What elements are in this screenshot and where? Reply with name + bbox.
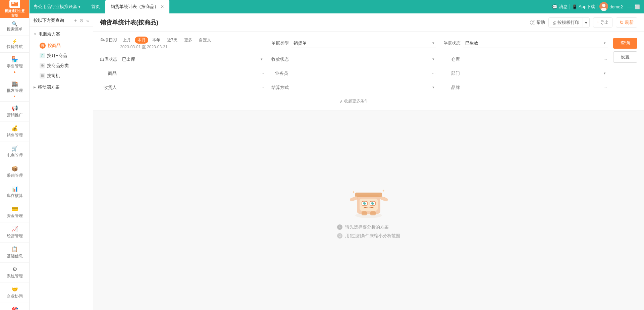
type-select[interactable]: 销货单 ▾ bbox=[291, 39, 436, 48]
sidebar-item-purchase[interactable]: 📦 采购管理 bbox=[0, 162, 29, 182]
warehouse-input[interactable]: ··· bbox=[463, 55, 608, 64]
warehouse-dots[interactable]: ··· bbox=[603, 57, 607, 62]
date-pill-this-year[interactable]: 本年 bbox=[150, 37, 163, 44]
by-driver-icon: 司 bbox=[40, 73, 45, 79]
pay-status-select[interactable]: ▾ bbox=[291, 56, 436, 63]
filter-row-4: 收货人 ··· 结算方式 bbox=[100, 83, 608, 92]
settings-btn[interactable]: 设置 bbox=[613, 51, 637, 63]
user-btn[interactable]: demo2 bbox=[599, 2, 623, 12]
pay-status-group: 收款状态 ▾ bbox=[271, 55, 436, 64]
basic-icon: 📋 bbox=[11, 246, 18, 252]
right-content: 销货单统计表(按商品) ? 帮助 🖨 按模板打印 ▾ bbox=[93, 13, 644, 310]
help-btn[interactable]: ? 帮助 bbox=[530, 19, 545, 25]
refresh-btn[interactable]: ↻ 刷新 bbox=[616, 17, 637, 28]
empty-state: ✦ ✦ ✦ ① 请先选择要分析的方案 ② 用[过滤]条件来缩小 bbox=[337, 155, 400, 266]
collapse-btn[interactable]: ∧ 收起更多条件 bbox=[100, 96, 608, 105]
scheme-settings-icon[interactable]: ⊙ bbox=[79, 18, 84, 23]
tree-mobile-arrow: ▶ bbox=[34, 86, 36, 89]
status-field-group: 单据状态 已生效 ▾ bbox=[443, 37, 608, 50]
empty-svg: ✦ ✦ ✦ bbox=[347, 182, 390, 219]
topbar-sep-2 bbox=[597, 4, 597, 9]
add-scheme-icon[interactable]: + bbox=[74, 18, 77, 23]
search-icon: 🔍 bbox=[0, 21, 29, 27]
minimize-btn[interactable]: ― bbox=[627, 4, 633, 10]
sidebar-item-basic[interactable]: 📋 基础信息 bbox=[0, 243, 29, 263]
tab-close-icon[interactable]: ✕ bbox=[161, 4, 164, 9]
product-input[interactable]: ··· bbox=[119, 69, 265, 78]
pay-status-label: 收款状态 bbox=[271, 56, 289, 62]
tree-mobile-label: 移动端方案 bbox=[38, 84, 60, 90]
message-btn[interactable]: 💬 消息 bbox=[552, 4, 568, 10]
date-pill-prev-month[interactable]: 上月 bbox=[120, 37, 133, 44]
maximize-btn[interactable]: ⬜ bbox=[635, 4, 640, 9]
out-status-label: 出库状态 bbox=[100, 56, 117, 62]
staff-input[interactable]: ··· bbox=[291, 69, 436, 78]
date-pill-more[interactable]: 更多 bbox=[181, 37, 195, 44]
out-status-select[interactable]: 已出库 ▾ bbox=[120, 55, 265, 64]
sidebar-item-corp[interactable]: 🤝 企业协同 bbox=[0, 283, 29, 303]
tab-sales-stat-label: 销货单统计表（按商品） bbox=[111, 4, 159, 10]
sidebar-item-marketing[interactable]: 📢 营销推广 bbox=[0, 102, 29, 122]
tree-mobile-section[interactable]: ▶ 移动端方案 bbox=[30, 82, 93, 92]
tree-section: ▼ 电脑端方案 按 按商品 月 按月+商品 类 按商品分类 bbox=[30, 27, 93, 95]
recipient-dots[interactable]: ··· bbox=[260, 85, 264, 90]
brand-dots[interactable]: ··· bbox=[603, 85, 607, 90]
filter-and-actions: 单据日期 上月 本月 本年 近7天 更多 自定义 bbox=[100, 37, 637, 105]
sidebar-item-newbie[interactable]: 🎯 新手引导 bbox=[0, 303, 29, 310]
app-download-btn[interactable]: 📱 App下载 bbox=[572, 4, 595, 10]
search-menu[interactable]: 🔍 搜索菜单 bbox=[0, 18, 29, 36]
tab-home-label: 首页 bbox=[91, 4, 100, 10]
status-select[interactable]: 已生效 ▾ bbox=[463, 39, 608, 48]
toolbar: ? 帮助 🖨 按模板打印 ▾ ↑ 导出 bbox=[530, 17, 637, 28]
export-btn[interactable]: ↑ 导出 bbox=[593, 17, 612, 28]
tab-sales-stat[interactable]: 销货单统计表（按商品） ✕ bbox=[105, 0, 169, 13]
industry-selector[interactable]: 办公用品行业模拟账套 ▾ bbox=[34, 4, 80, 10]
refresh-label: 刷新 bbox=[625, 19, 634, 25]
date-pill-this-month[interactable]: 本月 bbox=[135, 37, 148, 44]
tab-home[interactable]: 首页 bbox=[86, 0, 105, 13]
tree-item-by-product[interactable]: 按 按商品 bbox=[30, 41, 93, 51]
left-panel-header: 按以下方案查询 + ⊙ « bbox=[30, 13, 93, 27]
print-btn[interactable]: 🖨 按模板打印 bbox=[549, 18, 583, 27]
out-status-value: 已出库 bbox=[122, 56, 135, 62]
tree-pc-children: 按 按商品 月 按月+商品 类 按商品分类 司 按司机 bbox=[30, 39, 93, 82]
sidebar-item-sales[interactable]: 💰 销售管理 bbox=[0, 122, 29, 142]
tree-item-by-driver[interactable]: 司 按司机 bbox=[30, 71, 93, 81]
sidebar-item-operations[interactable]: 📈 经营管理 bbox=[0, 222, 29, 243]
dept-select[interactable]: ▾ bbox=[463, 70, 608, 77]
filter-container: 单据日期 上月 本月 本年 近7天 更多 自定义 bbox=[93, 32, 644, 110]
tree-item-by-category[interactable]: 类 按商品分类 bbox=[30, 61, 93, 71]
staff-dots[interactable]: ··· bbox=[432, 71, 436, 76]
left-panel-icons: + ⊙ « bbox=[74, 18, 89, 23]
recipient-group: 收货人 ··· bbox=[100, 83, 265, 92]
system-icon: ⚙ bbox=[12, 266, 17, 272]
type-label: 单据类型 bbox=[271, 40, 289, 46]
tree-item-by-month-product[interactable]: 月 按月+商品 bbox=[30, 51, 93, 61]
left-panel-title: 按以下方案查询 bbox=[34, 17, 64, 23]
product-dots[interactable]: ··· bbox=[260, 71, 264, 76]
sidebar-item-finance[interactable]: 💳 资金管理 bbox=[0, 202, 29, 222]
sidebar-item-wholesale[interactable]: 🏬 批发管理 ▲ bbox=[0, 77, 29, 102]
export-icon: ↑ bbox=[597, 20, 599, 25]
date-range-display: 2023-03-01 至 2023-03-31 bbox=[120, 44, 265, 50]
tree-pc-section[interactable]: ▼ 电脑端方案 bbox=[30, 29, 93, 39]
tree-pc-arrow: ▼ bbox=[34, 33, 37, 36]
sidebar-item-ecommerce[interactable]: 🛒 电商管理 bbox=[0, 142, 29, 162]
sidebar-item-system[interactable]: ⚙ 系统管理 bbox=[0, 263, 29, 283]
quick-nav[interactable]: ⚡ 快捷导航 bbox=[0, 36, 29, 53]
finance-icon: 💳 bbox=[11, 206, 18, 212]
recipient-input[interactable]: ··· bbox=[119, 83, 265, 92]
sidebar-item-retail[interactable]: 🏪 零售管理 ▲ bbox=[0, 53, 29, 77]
status-label: 单据状态 bbox=[443, 40, 461, 46]
brand-input[interactable]: ··· bbox=[463, 83, 608, 92]
page-title: 销货单统计表(按商品) bbox=[100, 18, 158, 27]
date-pill-7days[interactable]: 近7天 bbox=[164, 37, 180, 44]
svg-rect-10 bbox=[355, 193, 382, 197]
sidebar-item-inventory[interactable]: 📊 库存核算 bbox=[0, 182, 29, 202]
settle-select[interactable]: ▾ bbox=[291, 84, 436, 91]
query-btn[interactable]: 查询 bbox=[613, 38, 637, 49]
print-dropdown-btn[interactable]: ▾ bbox=[583, 18, 589, 27]
collapse-panel-icon[interactable]: « bbox=[86, 18, 89, 23]
date-pill-custom[interactable]: 自定义 bbox=[196, 37, 214, 44]
svg-rect-21 bbox=[370, 211, 376, 215]
